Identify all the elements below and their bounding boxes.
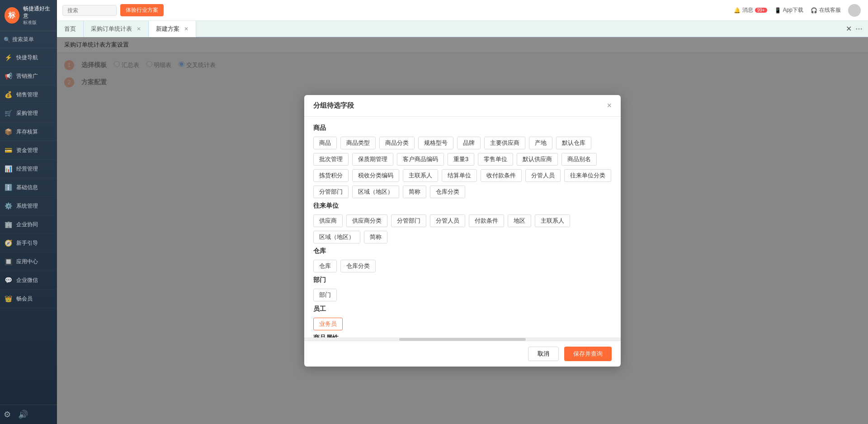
tag-收付款条件[interactable]: 收付款条件: [481, 169, 522, 182]
sidebar: 标 畅捷通好生意 标准版 🔍 搜索菜单 ⚡ 快捷导航 📢 营销推广 💰 销售管理…: [0, 0, 57, 424]
tag-零售单位[interactable]: 零售单位: [478, 153, 513, 166]
tag-商品类型[interactable]: 商品类型: [340, 137, 376, 149]
tag-仓库[interactable]: 仓库: [313, 260, 337, 272]
tag-地区[interactable]: 地区: [508, 214, 531, 227]
tag-分管人员[interactable]: 分管人员: [525, 169, 561, 182]
modal-body[interactable]: 商品 商品商品类型商品分类规格型号品牌主要供应商产地默认仓库批次管理保质期管理客…: [304, 117, 621, 338]
tag-商品[interactable]: 商品: [313, 137, 337, 149]
tag-业务员[interactable]: 业务员: [313, 318, 343, 330]
sidebar-item-operations[interactable]: 📊 经营管理: [0, 160, 57, 178]
sidebar-search[interactable]: 🔍 搜索菜单: [0, 31, 57, 48]
tag-往来单位分类[interactable]: 往来单位分类: [564, 169, 611, 182]
sidebar-item-app-center[interactable]: 🔲 应用中心: [0, 252, 57, 271]
tab-close-purchase-stats[interactable]: ✕: [137, 26, 141, 32]
tags-row-warehouse: 仓库仓库分类: [313, 260, 612, 272]
sidebar-item-marketing[interactable]: 📢 营销推广: [0, 67, 57, 86]
sidebar-item-system[interactable]: ⚙️ 系统管理: [0, 197, 57, 215]
tag-结算单位[interactable]: 结算单位: [442, 169, 477, 182]
tag-分管人员[interactable]: 分管人员: [430, 214, 465, 227]
tag-简称[interactable]: 简称: [364, 231, 387, 243]
tag-区域（地区）[interactable]: 区域（地区）: [313, 231, 360, 243]
tag-简称[interactable]: 简称: [403, 186, 426, 198]
sidebar-item-label: 基础信息: [16, 184, 38, 191]
enterprise-icon: 🏢: [4, 220, 13, 229]
tag-主联系人[interactable]: 主联系人: [535, 214, 570, 227]
tag-拣货积分[interactable]: 拣货积分: [313, 169, 349, 182]
tab-close-new-plan[interactable]: ✕: [184, 26, 189, 32]
sidebar-item-label: 销售管理: [16, 91, 38, 99]
online-service-item[interactable]: 🎧 在线客服: [811, 6, 841, 14]
tag-供应商[interactable]: 供应商: [313, 214, 343, 227]
sidebar-item-quick-nav[interactable]: ⚡ 快捷导航: [0, 48, 57, 67]
modal-scrollbar-h[interactable]: [304, 338, 621, 341]
tag-保质期管理[interactable]: 保质期管理: [352, 153, 393, 166]
tag-税收分类编码[interactable]: 税收分类编码: [352, 169, 399, 182]
sidebar-item-label: 采购管理: [16, 110, 38, 117]
topbar-search-input[interactable]: [62, 5, 117, 16]
tag-主联系人[interactable]: 主联系人: [403, 169, 438, 182]
sidebar-item-enterprise[interactable]: 🏢 企业协同: [0, 215, 57, 234]
tag-部门[interactable]: 部门: [313, 289, 337, 301]
tag-重量3[interactable]: 重量3: [448, 153, 474, 166]
sidebar-item-inventory[interactable]: 📦 库存核算: [0, 123, 57, 141]
modal-header: 分组待选字段 ×: [304, 95, 621, 117]
notification-item[interactable]: 🔔 消息 99+: [734, 6, 767, 14]
sidebar-item-sales[interactable]: 💰 销售管理: [0, 86, 57, 104]
tab-purchase-stats[interactable]: 采购订单统计表✕: [84, 21, 149, 37]
sidebar-item-wechat[interactable]: 💬 企业微信: [0, 271, 57, 290]
topbar-left: 体验行业方案: [57, 4, 734, 16]
modal-close-button[interactable]: ×: [607, 101, 612, 110]
tag-供应商分类[interactable]: 供应商分类: [346, 214, 387, 227]
settings-bottom-icon[interactable]: ⚙: [4, 410, 11, 419]
tag-产地[interactable]: 产地: [529, 137, 552, 149]
tag-品牌[interactable]: 品牌: [457, 137, 481, 149]
headset-icon: 🎧: [811, 7, 817, 14]
sidebar-item-label: 应用中心: [16, 258, 38, 266]
tab-home[interactable]: 首页: [57, 21, 84, 37]
section-employee: 员工 业务员: [313, 305, 612, 330]
tag-仓库分类[interactable]: 仓库分类: [340, 260, 376, 272]
tag-默认供应商[interactable]: 默认供应商: [517, 153, 558, 166]
tag-规格型号[interactable]: 规格型号: [418, 137, 453, 149]
sidebar-logo: 标 畅捷通好生意 标准版: [0, 0, 57, 31]
experience-btn[interactable]: 体验行业方案: [120, 4, 164, 16]
guide-icon: 🧭: [4, 238, 13, 248]
save-button[interactable]: 保存并查询: [564, 347, 612, 361]
tag-商品别名[interactable]: 商品别名: [561, 153, 597, 166]
tag-付款条件[interactable]: 付款条件: [469, 214, 504, 227]
tag-区域（地区）[interactable]: 区域（地区）: [352, 186, 399, 198]
logo-icon: 标: [5, 7, 19, 24]
tab-new-plan[interactable]: 新建方案✕: [149, 21, 196, 37]
modal-footer: 取消 保存并查询: [304, 341, 621, 367]
tag-仓库分类[interactable]: 仓库分类: [430, 186, 465, 198]
tag-默认仓库[interactable]: 默认仓库: [556, 137, 591, 149]
sidebar-item-label: 经营管理: [16, 165, 38, 173]
cancel-button[interactable]: 取消: [528, 347, 559, 361]
tab-bar-close[interactable]: ✕: [846, 24, 852, 33]
tab-bar-menu[interactable]: ⋯: [855, 24, 863, 33]
sidebar-item-finance[interactable]: 💳 资金管理: [0, 141, 57, 160]
section-warehouse: 仓库 仓库仓库分类: [313, 247, 612, 272]
user-avatar[interactable]: [848, 4, 861, 17]
sales-icon: 💰: [4, 90, 13, 99]
sidebar-item-label: 资金管理: [16, 147, 38, 154]
tag-分管部门[interactable]: 分管部门: [391, 214, 426, 227]
section-department: 部门 部门: [313, 276, 612, 301]
sidebar-item-purchase[interactable]: 🛒 采购管理: [0, 104, 57, 123]
sidebar-item-base-info[interactable]: ℹ️ 基础信息: [0, 178, 57, 197]
avatar: [848, 4, 861, 17]
bell-icon: 🔔: [734, 7, 741, 14]
tab-label: 采购订单统计表: [91, 25, 132, 33]
section-title-product: 商品: [313, 124, 612, 132]
tag-客户商品编码[interactable]: 客户商品编码: [397, 153, 444, 166]
section-product-attr: 商品属性 属性颜色多规格尺码鞋码1: [313, 334, 612, 338]
app-download-item[interactable]: 📱 App下载: [774, 6, 803, 14]
sidebar-item-member[interactable]: 👑 畅会员: [0, 290, 57, 308]
section-title-department: 部门: [313, 276, 612, 284]
tag-批次管理[interactable]: 批次管理: [313, 153, 349, 166]
tag-分管部门[interactable]: 分管部门: [313, 186, 349, 198]
tag-主要供应商[interactable]: 主要供应商: [484, 137, 525, 149]
volume-icon[interactable]: 🔊: [18, 410, 28, 419]
sidebar-item-guide[interactable]: 🧭 新手引导: [0, 234, 57, 252]
tag-商品分类[interactable]: 商品分类: [379, 137, 415, 149]
